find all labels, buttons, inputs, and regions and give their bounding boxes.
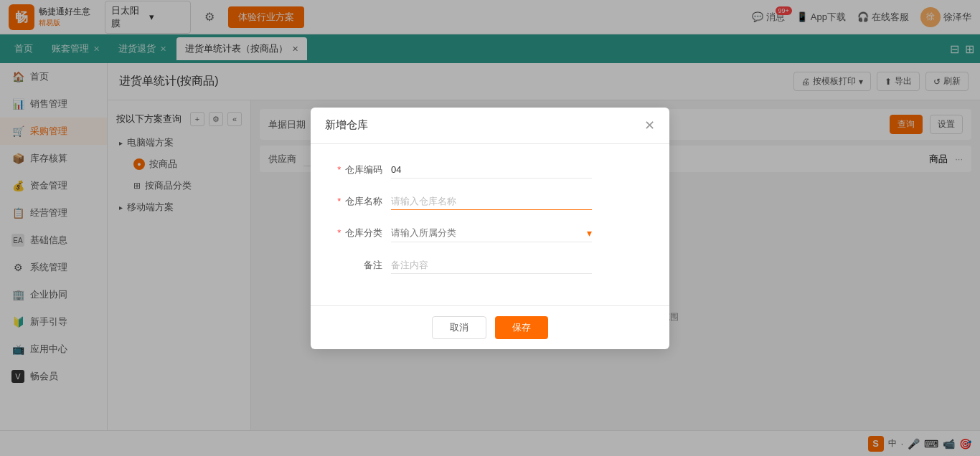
note-input[interactable]: [391, 257, 592, 274]
dialog-overlay: 新增仓库 ✕ * 仓库编码 * 仓库名称: [0, 0, 980, 456]
dialog-title: 新增仓库: [325, 118, 368, 132]
cancel-button[interactable]: 取消: [432, 316, 486, 339]
note-label: 备注: [325, 259, 382, 272]
category-dropdown-icon[interactable]: ▾: [587, 227, 592, 239]
required-star-3: *: [337, 227, 341, 238]
dialog-close-button[interactable]: ✕: [644, 118, 655, 133]
category-input[interactable]: [391, 227, 587, 238]
save-button[interactable]: 保存: [495, 316, 548, 339]
code-input[interactable]: [391, 161, 592, 179]
add-warehouse-dialog: 新增仓库 ✕ * 仓库编码 * 仓库名称: [311, 108, 669, 349]
category-label: * 仓库分类: [325, 227, 382, 239]
name-input[interactable]: [391, 193, 592, 210]
category-select-container[interactable]: ▾: [391, 224, 592, 242]
dialog-header: 新增仓库 ✕: [311, 108, 669, 144]
required-star-2: *: [337, 196, 341, 206]
name-label: * 仓库名称: [325, 195, 382, 208]
form-row-category: * 仓库分类 ▾: [325, 224, 655, 242]
code-label: * 仓库编码: [325, 163, 382, 176]
form-row-name: * 仓库名称: [325, 193, 655, 210]
dialog-footer: 取消 保存: [311, 305, 669, 349]
form-row-code: * 仓库编码: [325, 161, 655, 179]
form-row-note: 备注: [325, 257, 655, 274]
dialog-body: * 仓库编码 * 仓库名称 * 仓库分类: [311, 144, 669, 305]
required-star: *: [337, 164, 341, 175]
